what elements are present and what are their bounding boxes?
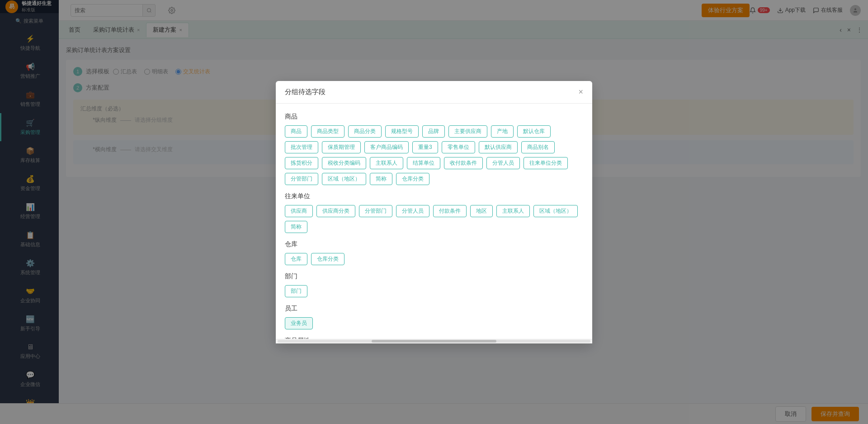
field-tag[interactable]: 税收分类编码: [322, 157, 366, 169]
field-tag[interactable]: 主要供应商: [448, 125, 487, 138]
field-grid-department: 部门: [285, 285, 583, 297]
field-tag[interactable]: 规格型号: [385, 125, 419, 138]
field-tag[interactable]: 分管人员: [486, 157, 520, 169]
field-tag[interactable]: 简称: [370, 173, 392, 185]
field-tag[interactable]: 往来单位分类: [524, 157, 568, 169]
field-grid-warehouse: 仓库 仓库分类: [285, 253, 583, 265]
field-tag[interactable]: 重量3: [412, 141, 438, 153]
field-tag[interactable]: 区域（地区）: [533, 205, 578, 217]
field-tag[interactable]: 仓库: [285, 253, 307, 265]
field-tag[interactable]: 产地: [491, 125, 514, 138]
modal-title: 分组待选字段: [285, 88, 326, 96]
field-tag[interactable]: 业务员: [285, 317, 313, 329]
field-tag[interactable]: 默认仓库: [517, 125, 551, 138]
field-tag[interactable]: 收付款条件: [444, 157, 483, 169]
modal-header: 分组待选字段 ×: [276, 81, 592, 104]
section-title-department: 部门: [285, 272, 583, 281]
field-tag[interactable]: 品牌: [422, 125, 445, 138]
field-tag[interactable]: 主联系人: [496, 205, 530, 217]
field-tag[interactable]: 批次管理: [285, 141, 318, 153]
field-tag[interactable]: 默认供应商: [479, 141, 518, 153]
field-tag[interactable]: 地区: [470, 205, 493, 217]
modal-close-btn[interactable]: ×: [578, 87, 583, 97]
field-tag[interactable]: 分管部门: [359, 205, 392, 217]
section-title-product: 商品: [285, 113, 583, 121]
modal-body: 商品 商品 商品类型 商品分类 规格型号 品牌 主要供应商 产地 默认仓库 批次…: [276, 104, 592, 339]
section-title-warehouse: 仓库: [285, 240, 583, 248]
field-tag[interactable]: 拣货积分: [285, 157, 318, 169]
section-title-partner: 往来单位: [285, 192, 583, 200]
field-grid-partner: 供应商 供应商分类 分管部门 分管人员 付款条件 地区 主联系人 区域（地区） …: [285, 205, 583, 233]
field-tag[interactable]: 部门: [285, 285, 307, 297]
field-tag[interactable]: 零售单位: [442, 141, 475, 153]
field-tag[interactable]: 商品别名: [521, 141, 555, 153]
scrollbar-track: [278, 340, 590, 343]
field-tag[interactable]: 商品类型: [311, 125, 344, 138]
field-tag[interactable]: 保质期管理: [322, 141, 361, 153]
field-tag[interactable]: 付款条件: [433, 205, 467, 217]
field-tag[interactable]: 分管人员: [396, 205, 429, 217]
scrollbar-thumb: [372, 340, 497, 343]
field-tag[interactable]: 主联系人: [370, 157, 403, 169]
field-tag[interactable]: 客户商品编码: [364, 141, 409, 153]
field-selection-modal: 分组待选字段 × 商品 商品 商品类型 商品分类 规格型号 品牌 主要供应商 产…: [276, 81, 592, 343]
field-grid-employee: 业务员: [285, 317, 583, 329]
field-tag[interactable]: 商品分类: [348, 125, 382, 138]
section-title-employee: 员工: [285, 305, 583, 313]
field-tag[interactable]: 区域（地区）: [322, 173, 366, 185]
horizontal-scrollbar[interactable]: [276, 339, 592, 343]
field-tag[interactable]: 供应商: [285, 205, 313, 217]
field-grid-product: 商品 商品类型 商品分类 规格型号 品牌 主要供应商 产地 默认仓库 批次管理 …: [285, 125, 583, 185]
field-tag[interactable]: 商品: [285, 125, 307, 138]
field-tag[interactable]: 仓库分类: [311, 253, 344, 265]
field-tag[interactable]: 仓库分类: [396, 173, 429, 185]
field-tag[interactable]: 简称: [285, 221, 307, 233]
field-tag[interactable]: 分管部门: [285, 173, 318, 185]
field-tag[interactable]: 供应商分类: [316, 205, 355, 217]
field-tag[interactable]: 结算单位: [407, 157, 440, 169]
